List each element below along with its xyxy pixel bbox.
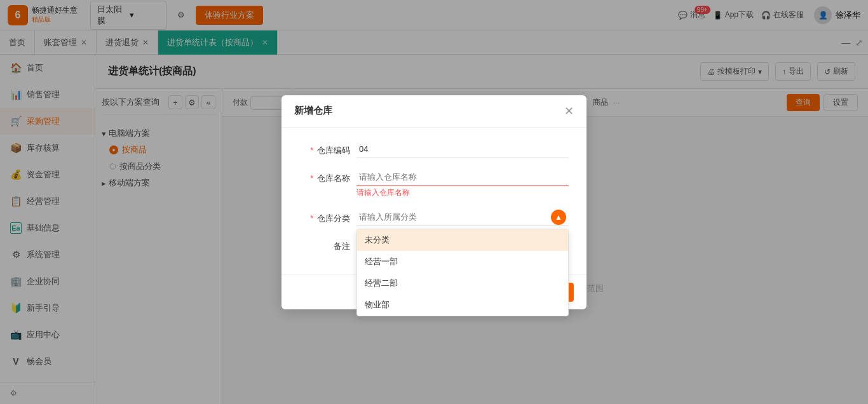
dropdown-item-dept2[interactable]: 经营二部 [357,273,568,294]
name-error-message: 请输入仓库名称 [356,187,569,198]
category-input-wrapper: ▲ [356,208,569,226]
notes-label: 备注 [299,236,350,252]
category-dropdown: 未分类 经营一部 经营二部 物业部 [356,229,569,316]
modal-title: 新增仓库 [294,105,332,117]
category-input[interactable] [356,208,569,226]
category-toggle-button[interactable]: ▲ [551,210,566,225]
code-field [356,140,569,158]
dropdown-item-dept3[interactable]: 物业部 [357,294,568,316]
dropdown-item-dept1[interactable]: 经营一部 [357,251,568,273]
code-label: * 仓库编码 [299,140,350,156]
name-row: * 仓库名称 请输入仓库名称 [299,168,569,198]
modal-header: 新增仓库 ✕ [281,95,587,128]
add-warehouse-modal: 新增仓库 ✕ * 仓库编码 * 仓库名称 [281,95,587,309]
category-field: ▲ 未分类 经营一部 经营二部 物业部 [356,208,569,226]
modal-close-button[interactable]: ✕ [564,104,574,118]
name-label: * 仓库名称 [299,168,350,184]
modal-body: * 仓库编码 * 仓库名称 请输入仓库名称 [281,128,587,274]
category-row: * 仓库分类 ▲ 未分类 经营一部 经营二部 物业部 [299,208,569,226]
name-input[interactable] [356,168,569,186]
code-row: * 仓库编码 [299,140,569,158]
modal-overlay: 新增仓库 ✕ * 仓库编码 * 仓库名称 [0,0,868,404]
category-label: * 仓库分类 [299,208,350,224]
name-field: 请输入仓库名称 [356,168,569,198]
dropdown-item-uncategorized[interactable]: 未分类 [357,229,568,251]
code-input[interactable] [356,140,569,158]
